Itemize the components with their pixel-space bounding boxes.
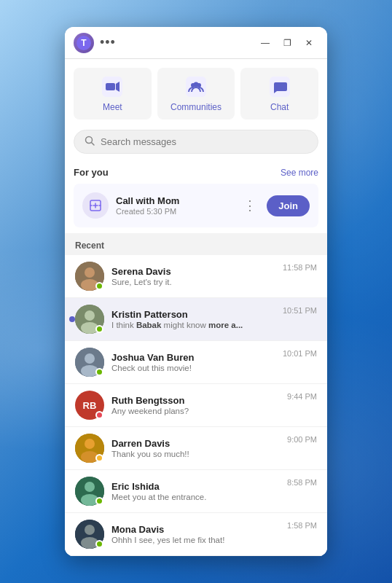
for-you-section: For you See more Call with Mom Created 5… — [65, 161, 327, 233]
call-card: Call with Mom Created 5:30 PM ⋮ Join — [74, 184, 318, 227]
see-more-link[interactable]: See more — [281, 168, 318, 178]
chat-item-ruth[interactable]: RB Ruth Bengtsson Any weekend plans? 9:4… — [65, 384, 327, 427]
chat-preview-darren: Thank you so much!! — [111, 450, 280, 458]
chat-item-joshua[interactable]: Joshua Van Buren Check out this movie! 1… — [65, 341, 327, 384]
chat-list: Serena Davis Sure, Let's try it. 11:58 P… — [65, 255, 327, 556]
chat-name-serena: Serena Davis — [111, 266, 275, 277]
nav-buttons: Meet Communities — [65, 59, 327, 130]
chat-item-serena[interactable]: Serena Davis Sure, Let's try it. 11:58 P… — [65, 255, 327, 298]
search-input[interactable] — [101, 136, 307, 147]
status-dot-darren — [95, 454, 103, 462]
app-avatar: T — [74, 33, 94, 53]
window-controls: — ❐ ✕ — [256, 34, 318, 52]
chat-preview-eric: Meet you at the entrance. — [111, 493, 280, 501]
communities-icon — [184, 75, 208, 98]
chat-content-ruth: Ruth Bengtsson Any weekend plans? — [111, 395, 280, 415]
avatar-wrap-darren — [75, 434, 104, 463]
chat-content-eric: Eric Ishida Meet you at the entrance. — [111, 481, 280, 501]
chat-preview-kristin: I think Babak might know more a... — [111, 321, 275, 329]
chat-item-darren[interactable]: Darren Davis Thank you so much!! 9:00 PM — [65, 427, 327, 470]
recent-section: Recent Serena Davis Sure, Let's try it. … — [65, 233, 327, 556]
svg-point-25 — [85, 482, 95, 492]
status-dot-serena — [95, 282, 103, 290]
svg-point-28 — [85, 525, 95, 535]
chat-time-joshua: 10:01 PM — [283, 348, 317, 358]
svg-point-8 — [194, 82, 199, 87]
avatar-wrap-kristin — [75, 305, 104, 334]
search-icon — [85, 136, 95, 148]
svg-point-16 — [85, 310, 95, 321]
recent-label: Recent — [65, 240, 327, 255]
call-title: Call with Mom — [116, 195, 233, 206]
chat-preview-ruth: Any weekend plans? — [111, 407, 280, 415]
teams-window: T ••• — ❐ ✕ Meet — [65, 27, 327, 556]
svg-text:T: T — [81, 38, 87, 48]
call-info: Call with Mom Created 5:30 PM — [116, 195, 233, 216]
unread-dot-kristin — [69, 316, 75, 322]
svg-line-11 — [92, 143, 95, 146]
chat-preview-mona: Ohhh I see, yes let me fix that! — [111, 536, 280, 544]
for-you-header: For you See more — [74, 167, 318, 178]
chat-item-kristin[interactable]: Kristin Patterson I think Babak might kn… — [65, 298, 327, 341]
communities-button[interactable]: Communities — [157, 68, 235, 120]
title-bar: T ••• — ❐ ✕ — [65, 27, 327, 59]
svg-point-19 — [85, 353, 95, 364]
status-dot-eric — [95, 497, 103, 505]
chat-content-mona: Mona Davis Ohhh I see, yes let me fix th… — [111, 524, 280, 544]
chat-name-kristin: Kristin Patterson — [111, 309, 275, 320]
close-button[interactable]: ✕ — [299, 34, 318, 52]
svg-rect-3 — [106, 83, 115, 90]
call-more-options[interactable]: ⋮ — [240, 197, 259, 214]
chat-content-kristin: Kristin Patterson I think Babak might kn… — [111, 309, 275, 329]
chat-content-joshua: Joshua Van Buren Check out this movie! — [111, 352, 275, 372]
search-input-wrap[interactable] — [74, 130, 318, 154]
call-subtitle: Created 5:30 PM — [116, 207, 233, 216]
chat-name-joshua: Joshua Van Buren — [111, 352, 275, 363]
chat-content-darren: Darren Davis Thank you so much!! — [111, 438, 280, 458]
more-options-dots[interactable]: ••• — [100, 35, 256, 50]
chat-name-mona: Mona Davis — [111, 524, 280, 535]
for-you-title: For you — [74, 167, 109, 178]
chat-content-serena: Serena Davis Sure, Let's try it. — [111, 266, 275, 286]
chat-item-mona[interactable]: Mona Davis Ohhh I see, yes let me fix th… — [65, 513, 327, 556]
chat-preview-serena: Sure, Let's try it. — [111, 278, 275, 286]
chat-name-darren: Darren Davis — [111, 438, 280, 449]
status-dot-kristin — [95, 325, 103, 333]
search-bar-container — [65, 130, 327, 161]
avatar-wrap-mona — [75, 520, 104, 549]
chat-time-eric: 8:58 PM — [287, 477, 317, 487]
join-button[interactable]: Join — [267, 195, 310, 216]
status-dot-mona — [95, 540, 103, 548]
chat-time-mona: 1:58 PM — [287, 520, 317, 530]
status-dot-joshua — [95, 368, 103, 376]
chat-time-serena: 11:58 PM — [283, 262, 317, 272]
maximize-button[interactable]: ❐ — [278, 34, 297, 52]
bold-more-kristin: more a... — [208, 321, 243, 329]
chat-time-ruth: 9:44 PM — [287, 391, 317, 401]
call-icon — [82, 192, 109, 219]
svg-point-22 — [85, 439, 95, 449]
bold-text-kristin: Babak — [136, 321, 162, 329]
chat-time-darren: 9:00 PM — [287, 434, 317, 444]
avatar-wrap-ruth: RB — [75, 391, 104, 420]
minimize-button[interactable]: — — [256, 34, 275, 52]
chat-button[interactable]: Chat — [240, 68, 318, 120]
svg-point-13 — [85, 267, 95, 278]
avatar-wrap-serena — [75, 262, 104, 291]
meet-button[interactable]: Meet — [74, 68, 152, 120]
avatar-wrap-eric — [75, 477, 104, 506]
meet-label: Meet — [103, 102, 122, 112]
chat-preview-joshua: Check out this movie! — [111, 364, 275, 372]
meet-icon — [101, 75, 124, 98]
chat-label: Chat — [270, 102, 289, 112]
chat-item-eric[interactable]: Eric Ishida Meet you at the entrance. 8:… — [65, 470, 327, 513]
chat-name-eric: Eric Ishida — [111, 481, 280, 492]
communities-label: Communities — [170, 102, 222, 112]
avatar-wrap-joshua — [75, 348, 104, 377]
status-dot-ruth — [95, 411, 103, 419]
chat-icon — [268, 75, 291, 98]
chat-name-ruth: Ruth Bengtsson — [111, 395, 280, 406]
chat-time-kristin: 10:51 PM — [283, 305, 317, 315]
